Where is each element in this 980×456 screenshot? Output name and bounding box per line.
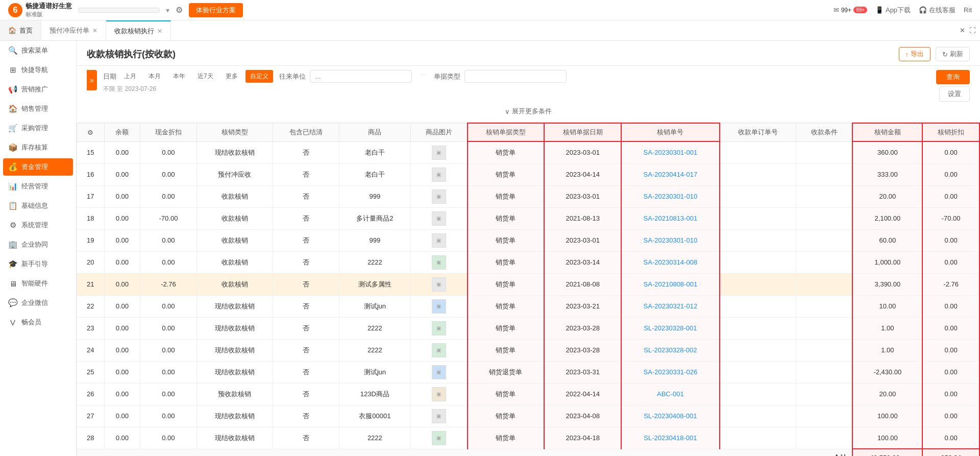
party-input[interactable] [310, 70, 412, 83]
date-btn-7days[interactable]: 近7天 [193, 70, 218, 83]
cell-verify-bill-no[interactable]: SA-20230301-010 [621, 185, 719, 207]
sidebar-item-sales[interactable]: 🏠 销售管理 [0, 99, 76, 118]
date-btn-custom[interactable]: 自定义 [246, 70, 273, 83]
action-buttons: 查询 设置 [936, 70, 970, 102]
bill-no-link[interactable]: SA-20230301-010 [644, 236, 698, 244]
footer-label: 合计 [77, 449, 853, 456]
refresh-button[interactable]: ↻ 刷新 [936, 47, 970, 61]
tab-prepay[interactable]: 预付冲应付单 ✕ [41, 20, 106, 40]
dropdown-icon[interactable]: ▾ [166, 6, 169, 14]
sidebar-item-inventory[interactable]: 📦 库存核算 [0, 138, 76, 157]
cell-product: 2222 [339, 317, 411, 339]
tab-prepay-close[interactable]: ✕ [92, 27, 97, 34]
bill-no-link[interactable]: ABC-001 [657, 390, 684, 398]
date-btn-this-month[interactable]: 本月 [144, 70, 165, 83]
sidebar-item-member[interactable]: V 畅会员 [0, 313, 76, 332]
tab-expand-icon[interactable]: ⛶ [969, 27, 976, 34]
sidebar-item-guide[interactable]: 🎓 新手引导 [0, 254, 76, 274]
sidebar-item-finance[interactable]: 💰 资金管理 [3, 158, 73, 176]
cell-product-image: ▣ [411, 339, 468, 361]
cell-balance: 0.00 [104, 361, 140, 383]
sidebar-item-marketing[interactable]: 📢 营销推广 [0, 80, 76, 99]
cell-include-settled: 否 [273, 141, 339, 163]
expand-conditions-btn[interactable]: ∨ 展开更多条件 [505, 107, 552, 116]
sidebar-item-biz[interactable]: 📊 经营管理 [0, 177, 76, 196]
sidebar-item-hardware[interactable]: 🖥 智能硬件 [0, 274, 76, 293]
th-product: 商品 [339, 123, 411, 141]
sidebar-item-purchase[interactable]: 🛒 采购管理 [0, 118, 76, 138]
sidebar-item-corp[interactable]: 🏢 企业协同 [0, 235, 76, 254]
sidebar-item-wechat[interactable]: 💬 企业微信 [0, 293, 76, 313]
tab-collection[interactable]: 收款核销执行 ✕ [106, 20, 171, 40]
cell-idx: 24 [77, 339, 105, 361]
cell-receipt-condition [796, 361, 853, 383]
cell-verify-bill-no[interactable]: SA-20230414-017 [621, 163, 719, 185]
bill-no-link[interactable]: SA-20230331-026 [644, 368, 698, 376]
cell-product-image: ▣ [411, 251, 468, 273]
date-btn-last-month[interactable]: 上月 [119, 70, 141, 83]
cell-product: 测试jun [339, 295, 411, 317]
table-footer-row: 合计 40,556,66... 952.24 [77, 449, 980, 456]
cell-verify-bill-no[interactable]: SL-20230328-002 [621, 339, 719, 361]
cell-verify-bill-no[interactable]: SA-20230301-001 [621, 141, 719, 163]
cell-receipt-order-no [720, 273, 796, 295]
cell-idx: 23 [77, 317, 105, 339]
date-btn-more[interactable]: 更多 [221, 70, 242, 83]
bill-no-link[interactable]: SA-20230414-017 [644, 171, 698, 178]
app-download-btn[interactable]: 📱 App下载 [875, 6, 911, 15]
notification-btn[interactable]: ✉ 99+ 99+ [834, 6, 867, 14]
cell-verify-bill-no[interactable]: SA-20230331-026 [621, 361, 719, 383]
tab-close-all-icon[interactable]: ✕ [960, 27, 965, 34]
cell-cash-discount: 0.00 [140, 295, 197, 317]
bill-no-link[interactable]: SL-20230328-001 [644, 324, 697, 332]
cell-cash-discount: 0.00 [140, 163, 197, 185]
table-row: 16 0.00 0.00 预付冲应收 否 老白干 ▣ 销货单 2023-04-1… [77, 163, 980, 185]
sidebar-item-search[interactable]: 🔍 搜索菜单 [0, 41, 76, 60]
cell-verify-type: 现结收款核销 [197, 317, 273, 339]
cell-verify-bill-no[interactable]: SA-20230301-010 [621, 229, 719, 251]
cell-verify-bill-no[interactable]: SA-20230321-012 [621, 295, 719, 317]
footer-total-discount: 952.24 [922, 449, 979, 456]
tab-collection-close[interactable]: ✕ [157, 28, 162, 35]
settings-button[interactable]: 设置 [939, 86, 970, 102]
cell-verify-bill-no[interactable]: SL-20230418-001 [621, 427, 719, 449]
bill-no-link[interactable]: SA-20230301-001 [644, 149, 698, 156]
sidebar-item-quicknav[interactable]: ⊞ 快捷导航 [0, 60, 76, 80]
tab-bar: 🏠 首页 预付冲应付单 ✕ 收款核销执行 ✕ ✕ ⛶ [0, 20, 980, 41]
cell-idx: 18 [77, 207, 105, 229]
cell-verify-type: 预付冲应收 [197, 163, 273, 185]
bill-no-link[interactable]: SL-20230418-001 [644, 434, 697, 442]
sidebar-item-base[interactable]: 📋 基础信息 [0, 196, 76, 215]
cell-verify-bill-no[interactable]: SA-20230314-008 [621, 251, 719, 273]
date-btn-this-year[interactable]: 本年 [168, 70, 190, 83]
sidebar-item-system[interactable]: ⚙ 系统管理 [0, 215, 76, 235]
bill-no-link[interactable]: SL-20230408-001 [644, 412, 697, 420]
bill-no-link[interactable]: SA-20230301-010 [644, 193, 698, 200]
cell-balance: 0.00 [104, 163, 140, 185]
cell-product-image: ▣ [411, 427, 468, 449]
cell-include-settled: 否 [273, 273, 339, 295]
bill-no-link[interactable]: SA-20210813-001 [644, 214, 698, 222]
cell-verify-bill-no[interactable]: SL-20230408-001 [621, 405, 719, 427]
filter-expand-arrow[interactable]: » [87, 70, 97, 90]
gear-icon[interactable]: ⚙ [176, 5, 183, 15]
tab-home[interactable]: 🏠 首页 [0, 20, 41, 40]
online-service-btn[interactable]: 🎧 在线客服 [919, 6, 955, 15]
type-select[interactable] [464, 70, 567, 83]
cell-verify-bill-no[interactable]: SA-20210808-001 [621, 273, 719, 295]
cell-verify-bill-no[interactable]: SA-20210813-001 [621, 207, 719, 229]
industry-btn[interactable]: 体验行业方案 [189, 3, 243, 17]
base-icon: 📋 [8, 201, 17, 210]
cell-verify-bill-no[interactable]: ABC-001 [621, 383, 719, 405]
bill-no-link[interactable]: SL-20230328-002 [644, 346, 697, 354]
export-button[interactable]: ↑ 导出 [899, 47, 931, 61]
bill-no-link[interactable]: SA-20210808-001 [644, 280, 698, 288]
cell-idx: 22 [77, 295, 105, 317]
bill-no-link[interactable]: SA-20230314-008 [644, 258, 698, 266]
top-search-bar[interactable] [78, 8, 160, 13]
th-settings[interactable]: ⚙ [77, 123, 105, 141]
query-button[interactable]: 查询 [936, 70, 970, 84]
message-icon: ✉ [834, 6, 839, 14]
bill-no-link[interactable]: SA-20230321-012 [644, 302, 698, 310]
cell-verify-bill-no[interactable]: SL-20230328-001 [621, 317, 719, 339]
